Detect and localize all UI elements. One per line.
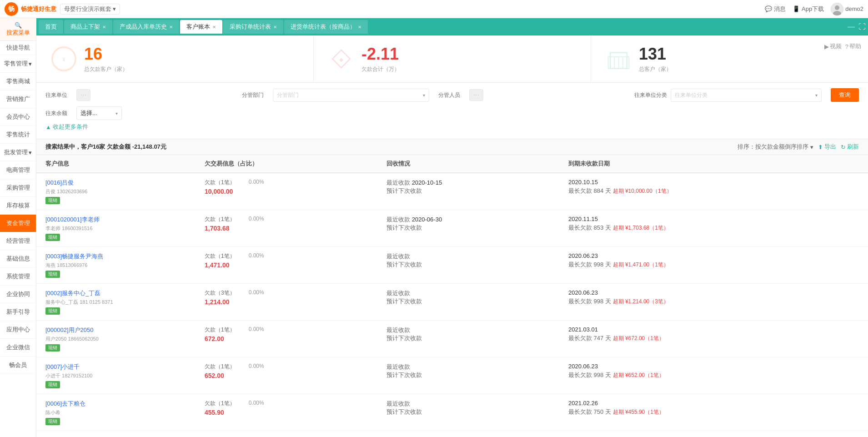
overdue-link-6[interactable]: 超期 ¥455.90（1笔）	[613, 409, 664, 415]
th-due-date: 到期未收款日期	[568, 160, 859, 168]
tab-close-product-listing[interactable]: ✕	[102, 25, 106, 30]
svg-text:¥: ¥	[62, 56, 65, 63]
tab-close-customer[interactable]: ✕	[212, 25, 216, 30]
th-collection-status: 回收情况	[386, 160, 568, 168]
building-icon	[605, 45, 632, 73]
tab-home[interactable]: 首页	[39, 20, 63, 34]
customer-name-link-6[interactable]: [0006]去下粮仓	[45, 400, 85, 407]
sidebar-item-enterprise[interactable]: 企业协同	[0, 286, 36, 303]
category-select[interactable]: 往来单位分类 ▾	[671, 89, 822, 102]
export-btn[interactable]: ⬆ 导出	[818, 143, 836, 151]
sidebar-item-guide[interactable]: 新手引导	[0, 303, 36, 321]
sidebar-item-wechat[interactable]: 企业微信	[0, 339, 36, 357]
overdue-link-1[interactable]: 超期 ¥1,703.68（1笔）	[613, 225, 669, 231]
app-download-btn[interactable]: 📱 App下载	[793, 5, 824, 13]
sidebar-item-marketing[interactable]: 营销推广	[0, 90, 36, 108]
debt-amount-6[interactable]: 455.90	[205, 409, 235, 416]
overdue-link-3[interactable]: 超期 ¥1,214.00（3笔）	[613, 298, 669, 305]
overdue-info-0: 2020.10.15 最长欠款 884 天 超期 ¥10,000.00（1笔）	[568, 179, 859, 204]
chevron-up-icon: ▲	[45, 124, 51, 131]
sidebar-item-operations[interactable]: 经营管理	[0, 232, 36, 250]
department-select[interactable]: 分管部门 ▾	[273, 89, 429, 102]
tab-minimize-btn[interactable]: —	[848, 23, 855, 31]
sort-select[interactable]: 排序：按欠款金额倒序排序 ▾	[738, 143, 813, 151]
overdue-link-2[interactable]: 超期 ¥1,471.00（1笔）	[613, 261, 669, 268]
tab-inbound-stats[interactable]: 进货单统计表（按商品） ✕	[284, 20, 368, 34]
app-name: 畅捷通好生意	[21, 5, 56, 13]
sidebar-item-ecommerce[interactable]: 电商管理	[0, 161, 36, 179]
collection-cell-3: 最近收款 预计下次收款	[386, 289, 568, 315]
sidebar-item-app-center[interactable]: 应用中心	[0, 321, 36, 339]
sidebar-quick-nav[interactable]: 快捷导航	[0, 41, 36, 55]
tab-close-purchase[interactable]: ✕	[273, 25, 277, 30]
customer-info-4: [000002]用户2050 用户2050 18665062050 现销	[45, 326, 205, 352]
tab-close-inbound[interactable]: ✕	[358, 25, 361, 30]
overdue-info-5: 2020.06.23 最长欠款 998 天 超期 ¥652.00（1笔）	[568, 363, 859, 388]
results-info: 搜索结果中，客户16家 欠款金额 -21,148.07元	[45, 143, 166, 151]
stat-total-customers-label: 总客户（家）	[639, 65, 854, 73]
customer-name-link-2[interactable]: [0003]畅捷服务尹海燕	[45, 253, 103, 260]
customer-info-5: [0007]小进千 小进千 18279152100 现销	[45, 363, 205, 388]
customer-name-link-5[interactable]: [0007]小进千	[45, 363, 80, 370]
tab-production-history[interactable]: 产成品入库单历史 ✕	[113, 20, 179, 34]
overdue-link-5[interactable]: 超期 ¥652.00（1笔）	[613, 372, 664, 378]
store-dropdown-icon: ▾	[113, 5, 116, 12]
debt-amount-4[interactable]: 672.00	[205, 335, 235, 342]
debt-amount-1[interactable]: 1,703.68	[205, 225, 235, 232]
tab-product-listing[interactable]: 商品上下架 ✕	[64, 20, 112, 34]
customer-name-link-4[interactable]: [000002]用户2050	[45, 326, 94, 333]
tab-customer-account[interactable]: 客户账本 ✕	[180, 20, 222, 34]
help-btn[interactable]: ? 帮助	[845, 42, 861, 50]
user-avatar-btn[interactable]: demo2	[831, 3, 863, 15]
tab-close-production[interactable]: ✕	[169, 25, 173, 30]
data-table: 客户信息 欠交易信息（占比） 回收情况 到期未收款日期 [0016]吕俊 吕俊 …	[36, 155, 868, 437]
yuan-circle-icon: ¥	[50, 45, 77, 73]
balance-arrow-icon: ▾	[115, 111, 118, 116]
stat-total-customers-number: 131	[639, 45, 854, 64]
customer-badge-0: 现销	[45, 197, 60, 204]
avatar	[831, 3, 843, 15]
customer-name-link-0[interactable]: [0016]吕俊	[45, 179, 74, 186]
person-select-btn[interactable]: ···	[469, 89, 483, 101]
debt-amount-0[interactable]: 10,000.00	[205, 188, 235, 195]
search-btn[interactable]: 查询	[831, 88, 859, 102]
category-arrow-icon: ▾	[815, 93, 818, 98]
play-icon: ▶	[824, 43, 829, 50]
svg-text:◆: ◆	[339, 56, 344, 63]
sidebar-item-purchase[interactable]: 采购管理	[0, 179, 36, 197]
overdue-link-0[interactable]: 超期 ¥10,000.00（1笔）	[613, 188, 672, 194]
collapse-filter-btn[interactable]: ▲ 收起更多条件	[45, 123, 859, 131]
sidebar-item-member[interactable]: 会员中心	[0, 108, 36, 126]
tab-purchase-order-stats[interactable]: 采购订单统计表 ✕	[223, 20, 283, 34]
sidebar-search[interactable]: 🔍 搜索菜单	[0, 18, 36, 41]
sidebar-item-retail-mgmt[interactable]: 零售管理▾	[0, 55, 36, 73]
sidebar-item-basic-info[interactable]: 基础信息	[0, 250, 36, 268]
debt-cell-1: 欠款（1笔） 1,703.68 0.00%	[205, 216, 386, 241]
chevron-down-icon: ▾	[29, 60, 32, 67]
sidebar-item-wholesale-mgmt[interactable]: 批发管理▾	[0, 144, 36, 161]
partner-select-btn[interactable]: ···	[76, 89, 90, 101]
sort-arrow-icon: ▾	[810, 144, 813, 151]
customer-info-6: [0006]去下粮仓 陈小希 现销	[45, 400, 205, 425]
video-help-btn[interactable]: ▶ 视频	[824, 42, 842, 50]
sidebar-item-retail-mall[interactable]: 零售商城	[0, 73, 36, 90]
sidebar-item-retail-stats[interactable]: 零售统计	[0, 126, 36, 144]
debt-amount-2[interactable]: 1,471.00	[205, 261, 235, 269]
refresh-btn[interactable]: ↻ 刷新	[841, 143, 859, 151]
stat-card-total-debt: ◆ -2.11 欠款合计（万）	[314, 35, 591, 82]
balance-select[interactable]: 选择... ▾	[76, 106, 122, 120]
customer-name-link-3[interactable]: [0002]服务中心_丁磊	[45, 290, 100, 296]
tab-maximize-btn[interactable]: ⛶	[858, 23, 866, 31]
sidebar-item-vip[interactable]: 畅会员	[0, 357, 36, 374]
sidebar-item-system[interactable]: 系统管理	[0, 268, 36, 286]
sidebar-item-inventory[interactable]: 库存核算	[0, 197, 36, 215]
debt-amount-3[interactable]: 1,214.00	[205, 298, 235, 306]
message-btn[interactable]: 💬 消息	[765, 5, 786, 13]
sidebar-item-finance[interactable]: 资金管理	[0, 215, 36, 232]
store-selector[interactable]: 母婴行业演示账套 ▾	[60, 4, 120, 15]
overdue-link-4[interactable]: 超期 ¥672.00（1笔）	[613, 335, 664, 342]
debt-amount-5[interactable]: 652.00	[205, 372, 235, 379]
customer-name-link-1[interactable]: [0001020001]李老师	[45, 216, 100, 223]
debt-cell-5: 欠款（1笔） 652.00 0.00%	[205, 363, 386, 388]
table-row: [0001020001]李老师 李老师 18600391516 现销 欠款（1笔…	[36, 210, 868, 247]
